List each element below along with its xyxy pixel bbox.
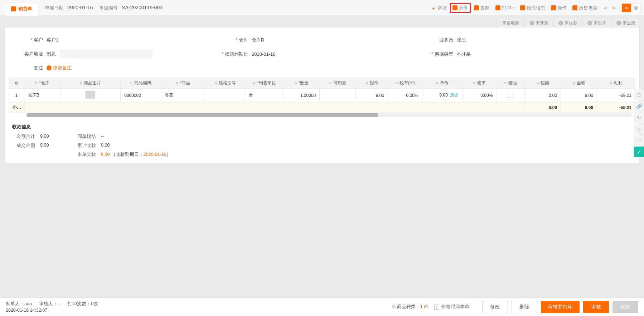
- dock-link-icon[interactable]: 🔗: [634, 101, 644, 112]
- gear-header[interactable]: ⚙: [9, 78, 24, 89]
- col-available[interactable]: ⇅可用量: [320, 78, 356, 89]
- col-tax-rate[interactable]: ⇅税率: [462, 78, 496, 89]
- subtotal-label: 小计: [9, 102, 24, 113]
- subtotal-row: 小计 0.00 9.00 -59.21: [9, 102, 635, 113]
- gift-checkbox[interactable]: [508, 93, 513, 98]
- cell-spec: [205, 89, 245, 102]
- col-code[interactable]: ⇅商品编码: [121, 78, 161, 89]
- bill-no-label: 单据编号: [99, 5, 118, 10]
- print-button[interactable]: 打印▾: [493, 3, 517, 13]
- plus-icon: ＋: [431, 5, 436, 10]
- view-toggle: ≡ ▦: [622, 4, 640, 12]
- col-image[interactable]: ⇅商品图片: [60, 78, 120, 89]
- cell-amount: 9.00: [561, 89, 597, 102]
- due-date-value: 2020-01-16: [252, 51, 276, 57]
- prev-arrow[interactable]: ◀: [601, 5, 609, 10]
- next-arrow[interactable]: ▶: [610, 5, 618, 10]
- history-link[interactable]: 历史: [450, 93, 459, 98]
- delete-button[interactable]: 删除: [512, 301, 537, 313]
- field-salesman: 业务员 张三: [425, 37, 630, 43]
- warehouse-value: 仓库B: [252, 37, 264, 43]
- col-spec[interactable]: ⇅规格型号: [205, 78, 245, 89]
- info-icon: i: [558, 21, 563, 25]
- cell-warehouse: 仓库B: [24, 89, 60, 102]
- history-button[interactable]: 历史单据: [570, 3, 600, 13]
- view-list-button[interactable]: ≡: [622, 4, 631, 12]
- row-index: 1: [9, 89, 24, 102]
- badge-source: 来自电脑: [499, 19, 523, 28]
- tab-title: 销货单: [18, 6, 32, 12]
- auditor-value: --: [58, 301, 60, 306]
- right-dock: 🗒 🔗 ↻ ☺ ⋯ ⤢: [634, 89, 644, 157]
- active-tab[interactable]: 销货单: [5, 2, 38, 16]
- dock-refresh-icon[interactable]: ↻: [634, 112, 644, 123]
- top-bar: 销货单 单据日期 2020-01-16 单据编号 SA-20200116-003…: [0, 0, 644, 16]
- col-qty[interactable]: ⇅*数量: [284, 78, 320, 89]
- cell-qty: 1.00000: [284, 89, 320, 102]
- share-button[interactable]: 分享: [450, 3, 470, 13]
- view-grid-button[interactable]: ▦: [631, 4, 640, 12]
- main-card: *客户 客户1 *仓库 仓库B 业务员 张三 客户地址 刘总 *收款到期日 20…: [5, 28, 639, 163]
- dock-user-icon[interactable]: ☺: [634, 124, 644, 134]
- add-note-link[interactable]: + 添加备注: [47, 65, 72, 71]
- badge-no-out-stock[interactable]: i未出库: [584, 19, 610, 28]
- cell-product: 香蕉: [161, 89, 205, 102]
- col-product[interactable]: ⇅*商品: [161, 78, 205, 89]
- cell-gift: [497, 89, 525, 102]
- dock-expand-icon[interactable]: ⤢: [634, 147, 644, 157]
- cell-quote: 9.00: [356, 89, 388, 102]
- share-icon: [452, 5, 457, 10]
- badge-no-receipt[interactable]: i未收款: [555, 19, 581, 28]
- table-row[interactable]: 1 仓库B 0000002 香蕉 台 1.00000 9.00 0.00% 9.…: [9, 89, 635, 102]
- col-profit[interactable]: ⇅毛利: [597, 78, 635, 89]
- print-icon: [495, 5, 500, 10]
- audit-print-button[interactable]: 审核并打印: [541, 301, 580, 313]
- horizontal-scrollbar[interactable]: [26, 113, 632, 117]
- print-count-value: 0次: [91, 301, 98, 306]
- operate-button[interactable]: 操作: [549, 3, 569, 13]
- gear-icon: ⚙: [14, 81, 18, 86]
- subtotal-amount: 9.00: [561, 102, 597, 113]
- salesman-value: 张三: [457, 37, 466, 43]
- customer-value: 客户1: [47, 37, 58, 43]
- subtotal-profit: -59.21: [597, 102, 635, 113]
- field-customer-addr: 客户地址 刘总: [14, 50, 219, 58]
- follow-price-checkbox[interactable]: ✓ 价格跟踪本单: [434, 304, 469, 310]
- col-quote[interactable]: ⇅报价: [356, 78, 388, 89]
- badge-no-invoice[interactable]: i未开票: [526, 19, 552, 28]
- col-warehouse[interactable]: ⇅*仓库: [24, 78, 60, 89]
- info-icon: i: [529, 21, 534, 25]
- col-unit-price[interactable]: ⇅单价: [422, 78, 462, 89]
- cell-sale-unit: 台: [245, 89, 284, 102]
- logistics-button[interactable]: 物流信息: [518, 3, 547, 13]
- col-discount-rate[interactable]: ⇅税率(%): [388, 78, 422, 89]
- cell-image: [60, 89, 120, 102]
- audit-button[interactable]: 审核: [583, 301, 609, 313]
- copy-button[interactable]: 复制: [472, 3, 492, 13]
- status-badges: 来自电脑 i未开票 i未收款 i未出库 i未生效: [0, 16, 644, 28]
- owed-value: 9.00 （收款到期日：2020-01-16）: [101, 152, 171, 158]
- checkbox-icon: ✓: [434, 305, 439, 310]
- payment-section-title: 收款信息: [5, 117, 639, 134]
- modify-button[interactable]: 修改: [482, 301, 508, 313]
- truck-icon: [520, 5, 525, 10]
- col-tax-amount[interactable]: ⇅税额: [524, 78, 561, 89]
- cell-available: [320, 89, 356, 102]
- cell-tax-amount: 0.00: [524, 89, 561, 102]
- col-amount[interactable]: ⇅金额: [561, 78, 597, 89]
- table-header-row: ⚙ ⇅*仓库 ⇅商品图片 ⇅商品编码 ⇅*商品 ⇅规格型号 ⇅*销售单位 ⇅*数…: [9, 78, 635, 89]
- plus-circle-icon: +: [47, 65, 52, 70]
- receive-button[interactable]: 收款: [612, 301, 638, 313]
- invoice-type-value: 不开票: [457, 51, 471, 57]
- field-note: 备注 + 添加备注: [14, 65, 630, 71]
- top-actions: ＋新增 分享 复制 打印▾ 物流信息 操作 历史单据 ◀ ▶ ≡ ▦: [429, 3, 640, 13]
- col-sale-unit[interactable]: ⇅*销售单位: [245, 78, 284, 89]
- same-order-value: --: [101, 134, 104, 140]
- bill-date-value: 2020-01-16: [67, 5, 93, 10]
- dock-note-icon[interactable]: 🗒: [634, 89, 644, 100]
- col-gift[interactable]: ⇅赠品: [497, 78, 525, 89]
- dock-more-icon[interactable]: ⋯: [634, 135, 644, 146]
- badge-not-effective[interactable]: i未生效: [613, 19, 639, 28]
- new-button[interactable]: ＋新增: [429, 3, 449, 13]
- info-icon: i: [616, 21, 621, 25]
